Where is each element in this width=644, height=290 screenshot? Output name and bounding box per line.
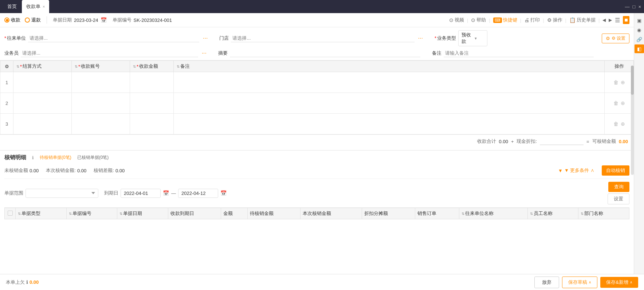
date-to-calendar-icon[interactable]: 📅	[220, 190, 227, 196]
shortcut-action[interactable]: ⌨ 快捷键	[493, 17, 517, 23]
writeoff-info-icon[interactable]: ℹ	[32, 155, 34, 160]
form-settings-button[interactable]: ⚙ ⚙ 设置	[602, 34, 629, 43]
nav-left-icon[interactable]: ◀	[602, 17, 606, 23]
row-amount-1[interactable]	[130, 72, 174, 93]
sort-icon: ⇅	[75, 64, 78, 68]
date-to-input[interactable]	[178, 189, 218, 198]
range-filter-select[interactable]	[25, 189, 98, 198]
business-type-select[interactable]: 预收款 ▼	[458, 30, 487, 46]
counterpart-field: 往来单位 ···	[4, 34, 208, 42]
store-dots-icon[interactable]: ···	[418, 35, 423, 41]
col-amount-header: ⇅ * 收款金额	[130, 61, 174, 72]
copy-icon[interactable]: ⊕	[621, 100, 625, 106]
gear-icon: ⚙	[5, 64, 9, 69]
scroll-thumb[interactable]	[631, 66, 634, 95]
history-action[interactable]: 📋 历史单据	[569, 17, 596, 23]
minimize-icon[interactable]: —	[625, 4, 630, 9]
nav-receipt-tab[interactable]: 收款单 ×	[22, 0, 49, 13]
store-input[interactable]	[231, 34, 414, 42]
date-from-input[interactable]	[121, 189, 161, 198]
row-account-1[interactable]	[72, 72, 130, 93]
query-button[interactable]: 查询	[608, 182, 629, 192]
counterpart-dots-icon[interactable]: ···	[203, 35, 208, 41]
writeoff-stats: 未核销金额 0.00 本次核销金额: 0.00 核销差额: 0.00 ▼ ▼ 更…	[4, 164, 629, 179]
nav-home-tab[interactable]: 首页	[3, 0, 21, 13]
remark-field: 备注	[432, 49, 594, 57]
row-note-1[interactable]	[174, 72, 605, 93]
row-note-2[interactable]	[174, 93, 605, 114]
writeoff-section: 核销明细 ℹ 待核销单据(0笔) 已核销单据(0笔) 未核销金额 0.00 本次…	[0, 150, 634, 290]
sidebar-table-icon[interactable]: ▣	[635, 16, 644, 25]
row-num-3: 3	[0, 114, 13, 134]
video-action[interactable]: ⊙ 视频	[449, 17, 464, 23]
table-row: 3 🗑 ⊕	[0, 114, 634, 134]
operation-action[interactable]: ⚙ 操作	[547, 17, 562, 23]
receipt-radio[interactable]: 收款	[4, 17, 20, 23]
auto-writeoff-button[interactable]: 自动核销	[602, 165, 629, 176]
writeoff-settings-button[interactable]: 设置	[608, 193, 629, 204]
row-amount-2[interactable]	[130, 93, 174, 114]
row-amount-3[interactable]	[130, 114, 174, 134]
summary-input[interactable]	[230, 49, 420, 57]
summary-label: 摘要	[218, 50, 228, 56]
maximize-icon[interactable]: □	[633, 4, 636, 9]
abandon-button[interactable]: 放弃	[534, 277, 559, 288]
counterpart-input[interactable]	[28, 34, 199, 42]
row-num-2: 2	[0, 93, 13, 114]
done-tab[interactable]: 已核销单据(0笔)	[77, 154, 109, 161]
discount-input[interactable]	[540, 138, 584, 145]
close-tab-icon[interactable]: ×	[43, 4, 45, 9]
settle-header-label: 结算方式	[23, 63, 42, 70]
remark-input[interactable]	[444, 49, 594, 57]
delete-icon[interactable]: 🗑	[613, 100, 619, 106]
sidebar-link-icon[interactable]: 🔗	[635, 35, 644, 44]
toolbar: 收款 退款 单据日期 2023-03-24 📅 单据编号 SK-20230324…	[0, 13, 634, 27]
select-all-checkbox[interactable]	[8, 211, 13, 216]
equals-sign: =	[586, 139, 589, 144]
calendar-icon[interactable]: 📅	[101, 17, 107, 23]
col-gear[interactable]: ⚙	[0, 61, 13, 72]
help-action[interactable]: ⊙ 帮助	[471, 17, 486, 23]
current-value: 0.00	[30, 279, 39, 285]
save-draft-button[interactable]: 保存草稿 ∧	[562, 277, 597, 288]
date-from-calendar-icon[interactable]: 📅	[163, 190, 169, 196]
doc-date-field: 单据日期 2023-03-24 📅	[53, 17, 107, 23]
staff-input[interactable]	[21, 49, 198, 57]
print-action[interactable]: 🖨 打印	[524, 17, 540, 23]
row-account-2[interactable]	[72, 93, 130, 114]
nav-right-icon[interactable]: ▶	[609, 17, 612, 23]
row-settle-3[interactable]	[13, 114, 72, 134]
more-conditions-btn[interactable]: ▼ ▼ 更多条件 ∧	[558, 167, 594, 174]
scrollbar[interactable]	[631, 66, 634, 175]
required-star: *	[78, 64, 80, 69]
business-type-field: 业务类型 预收款 ▼	[435, 30, 597, 46]
layout-icon[interactable]: ☰	[615, 17, 620, 24]
window-close-icon[interactable]: ×	[638, 4, 641, 9]
form-area: 往来单位 ··· 门店 ··· 业务类型 预收款 ▼ ⚙	[0, 27, 634, 60]
date-filter-field: 到期日 📅 — 📅	[104, 189, 227, 198]
pending-tab[interactable]: 待核销单据(0笔)	[40, 154, 71, 161]
row-account-3[interactable]	[72, 114, 130, 134]
refund-radio[interactable]: 退款	[25, 17, 41, 23]
summary-field: 摘要	[218, 49, 420, 57]
skin-icon[interactable]: ■	[623, 16, 629, 24]
staff-dots-icon[interactable]: ···	[202, 50, 207, 56]
receipt-type-radio-group: 收款 退款	[4, 17, 41, 23]
store-field: 门店 ···	[219, 34, 423, 42]
delete-icon[interactable]: 🗑	[613, 121, 619, 127]
doc-no-value: SK-20230324-001	[134, 17, 172, 23]
receipt-tab-label: 收款单	[26, 3, 40, 10]
sidebar-list-icon[interactable]: ◉	[635, 26, 644, 34]
copy-icon[interactable]: ⊕	[621, 79, 625, 85]
row-settle-2[interactable]	[13, 93, 72, 114]
row-note-3[interactable]	[174, 114, 605, 134]
net-value: 0.00	[619, 139, 628, 144]
col-doc-type-header: ⇅ 单据类型	[16, 208, 67, 219]
sort-icon: ⇅	[133, 64, 136, 68]
delete-icon[interactable]: 🗑	[613, 79, 619, 85]
sidebar-expand-icon[interactable]: ◧	[635, 44, 644, 53]
row-settle-1[interactable]	[13, 72, 72, 93]
current-label: 本单上欠	[6, 279, 25, 286]
save-new-button[interactable]: 保存&新增 ∧	[600, 277, 638, 288]
copy-icon[interactable]: ⊕	[621, 121, 625, 127]
